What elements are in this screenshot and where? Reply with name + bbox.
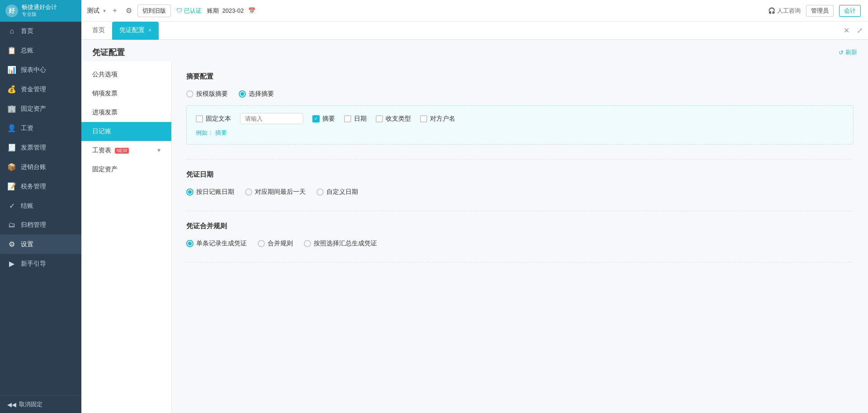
refresh-button[interactable]: ↺ 刷新 [839,48,857,56]
right-panel: 摘要配置 按模版摘要 选择摘要 [172,61,868,413]
radio-merge-circle [258,240,265,247]
sidebar-item-label: 进销台账 [21,163,46,171]
summary-section: 摘要配置 按模版摘要 选择摘要 [186,72,854,145]
tab-home[interactable]: 首页 [85,22,112,40]
radio-single-record[interactable]: 单条记录生成凭证 [186,239,247,248]
refresh-label: 刷新 [845,48,857,56]
radio-period-last-label: 对应期间最后一天 [255,188,306,196]
checkbox-date[interactable]: 日期 [344,115,367,123]
summary-checkbox [312,115,320,122]
sidebar-item-fixed-assets[interactable]: 🏢 固定资产 [0,99,81,118]
left-nav-purchase-invoice[interactable]: 进项发票 [81,103,171,122]
income-type-checkbox [376,115,383,122]
checkbox-income-type[interactable]: 收支类型 [376,115,411,123]
switch-old-version-button[interactable]: 切到旧版 [137,5,171,17]
radio-journal-date-label: 按日记账日期 [196,188,234,196]
pin-icon: ◀◀ [7,401,16,408]
checkbox-fixed-text[interactable]: 固定文本 [196,115,231,123]
tab-bar: 首页 凭证配置 × ✕ ⤢ [81,22,868,40]
content-area: 首页 凭证配置 × ✕ ⤢ 凭证配置 ↺ 刷新 公共选项 [81,22,868,413]
sidebar-item-label: 首页 [21,27,33,35]
radio-merge-rule[interactable]: 合并规则 [258,239,293,248]
dropdown-icon[interactable]: ▾ [103,8,106,14]
tab-close-icon[interactable]: × [148,27,151,33]
sidebar-item-capital[interactable]: 💰 资金管理 [0,80,81,99]
sidebar-item-label: 报表中心 [21,66,46,74]
shield-icon: 🛡 [176,7,182,14]
radio-summarize-label: 按照选择汇总生成凭证 [314,239,377,248]
counterpart-checkbox [420,115,427,122]
tax-icon: 📝 [7,182,16,191]
sidebar-item-tax[interactable]: 📝 税务管理 [0,177,81,196]
close-window-icon[interactable]: ✕ [842,24,851,37]
left-nav-common[interactable]: 公共选项 [81,65,171,84]
service-label: 人工咨询 [777,7,801,15]
tab-voucher-config-label: 凭证配置 [119,26,145,34]
radio-journal-circle [186,188,193,196]
calendar-icon[interactable]: 📅 [248,7,255,14]
sidebar-item-salary[interactable]: 👤 工资 [0,118,81,138]
radio-summarize[interactable]: 按照选择汇总生成凭证 [304,239,377,248]
example-prefix: 例如： [196,129,213,136]
cancel-pin-button[interactable]: ◀◀ 取消固定 [0,395,81,413]
counterpart-label: 对方户名 [430,115,455,123]
topbar-left: 测试 ▾ ＋ ⚙ 切到旧版 [87,4,171,17]
left-nav-journal[interactable]: 日记账 [81,122,171,141]
fixed-assets-icon: 🏢 [7,104,16,113]
sidebar-item-label: 发票管理 [21,144,46,152]
checkbox-counterpart[interactable]: 对方户名 [420,115,455,123]
expand-icon[interactable]: ⤢ [855,24,864,37]
tab-bar-actions: ✕ ⤢ [842,24,864,37]
sidebar-item-archive[interactable]: 🗂 归档管理 [0,216,81,235]
sidebar-item-home[interactable]: ⌂ 首页 [0,22,81,41]
fixed-text-input[interactable] [240,113,303,124]
radio-journal-date[interactable]: 按日记账日期 [186,188,234,196]
sidebar-item-guide[interactable]: ▶ 新手引导 [0,254,81,273]
refresh-icon: ↺ [839,49,844,56]
sidebar-item-label: 固定资产 [21,105,46,113]
sidebar-item-ledger[interactable]: 📋 总账 [0,41,81,60]
left-nav-sales-invoice[interactable]: 销项发票 [81,84,171,103]
sidebar-item-sales[interactable]: 📦 进销台账 [0,157,81,177]
sidebar-item-report[interactable]: 📊 报表中心 [0,60,81,80]
sidebar-item-invoice[interactable]: 🧾 发票管理 [0,138,81,157]
date-checkbox [344,115,351,122]
radio-custom-date[interactable]: 自定义日期 [316,188,358,196]
period-info: 账期 2023-02 📅 [207,7,255,15]
service-button[interactable]: 🎧 人工咨询 [768,7,801,15]
summary-options-row: 固定文本 摘要 日期 [196,113,844,124]
radio-template-summary[interactable]: 按模版摘要 [186,90,228,98]
certified-label: 已认证 [184,7,202,15]
sidebar-item-checkout[interactable]: ✓ 结账 [0,196,81,216]
left-nav-fixed-assets[interactable]: 固定资产 [81,160,171,179]
sidebar-item-label: 设置 [21,240,33,249]
tab-voucher-config[interactable]: 凭证配置 × [112,22,159,40]
sidebar-item-label: 工资 [21,124,33,132]
sidebar-scroll: ⌂ 首页 📋 总账 📊 报表中心 💰 资金管理 🏢 固定资产 👤 工资 [0,22,81,395]
divider-2 [186,211,854,211]
date-label: 日期 [354,115,367,123]
radio-select-circle [239,90,246,98]
date-radio-group: 按日记账日期 对应期间最后一天 自定义日期 [186,188,854,196]
period-value: 2023-02 [222,7,244,14]
date-section: 凭证日期 按日记账日期 对应期间最后一天 自定义日期 [186,170,854,196]
logo-icon: 好 [5,5,18,17]
checkbox-summary[interactable]: 摘要 [312,115,335,123]
home-icon: ⌂ [7,27,16,35]
radio-single-label: 单条记录生成凭证 [196,239,247,248]
salary-icon: 👤 [7,124,16,132]
chevron-down-icon: ▾ [157,146,160,154]
add-icon[interactable]: ＋ [109,4,120,17]
archive-icon: 🗂 [7,221,16,229]
sidebar-item-settings[interactable]: ⚙ 设置 [0,235,81,254]
page-title: 凭证配置 [92,47,125,58]
radio-period-last-circle [245,188,252,196]
radio-period-last[interactable]: 对应期间最后一天 [245,188,306,196]
fixed-text-checkbox [196,115,203,122]
sidebar-item-label: 结账 [21,202,33,210]
settings-icon[interactable]: ⚙ [124,5,134,17]
logo-text-group: 畅捷通好会计 专业版 [22,4,57,18]
left-nav-payroll[interactable]: 工资表 NEW ▾ [81,141,171,160]
radio-select-summary[interactable]: 选择摘要 [239,90,274,98]
sidebar-item-label: 新手引导 [21,260,46,268]
